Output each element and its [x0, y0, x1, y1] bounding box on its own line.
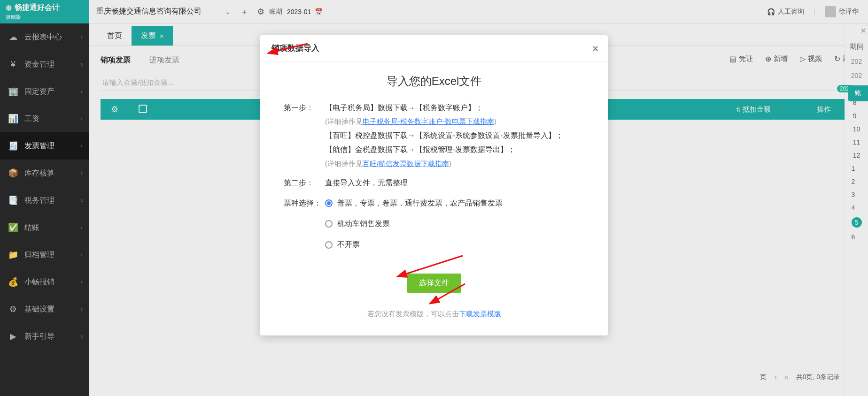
guide-link-2[interactable]: 百旺/航信发票数据下载指南 [363, 160, 449, 168]
radio-option-3[interactable]: 不开票 [325, 237, 584, 251]
template-note: 若您没有发票模版，可以点击下载发票模版 [284, 310, 584, 319]
step2-text: 直接导入文件，无需整理 [325, 176, 584, 190]
radio-option-2[interactable]: 机动车销售发票 [325, 217, 584, 231]
modal-close-icon[interactable]: × [592, 43, 598, 55]
step1-line3: 【航信】金税盘数据下载→【报税管理-发票数据导出】； [325, 143, 584, 157]
step1-line2: 【百旺】税控盘数据下载→【系统设置-系统参数设置-发票批量导入】； [325, 129, 584, 143]
modal-title-text: 销项数据导入 [271, 43, 319, 53]
ticket-type-label: 票种选择： [284, 196, 325, 259]
import-modal: 销项数据导入 × 导入您的Excel文件 第一步： 【电子税务局】数据下载→【税… [260, 35, 608, 335]
radio-option-1[interactable]: 普票，专票，卷票，通行费发票，农产品销售发票 [325, 196, 584, 210]
radio-icon [325, 241, 333, 249]
radio-icon [325, 220, 333, 228]
modal-header: 销项数据导入 × [260, 35, 608, 61]
select-file-button[interactable]: 选择文件 [407, 274, 461, 293]
modal-heading: 导入您的Excel文件 [284, 74, 584, 89]
step2-label: 第二步： [284, 176, 325, 190]
step1-line1: 【电子税务局】数据下载→【税务数字账户】； [325, 101, 584, 115]
step1-label: 第一步： [284, 101, 325, 170]
guide-link-1[interactable]: 电子税务局-税务数字账户-数电票下载指南 [363, 117, 494, 125]
radio-icon [325, 199, 333, 207]
modal-overlay: 销项数据导入 × 导入您的Excel文件 第一步： 【电子税务局】数据下载→【税… [0, 0, 868, 396]
download-template-link[interactable]: 下载发票模版 [459, 310, 501, 318]
